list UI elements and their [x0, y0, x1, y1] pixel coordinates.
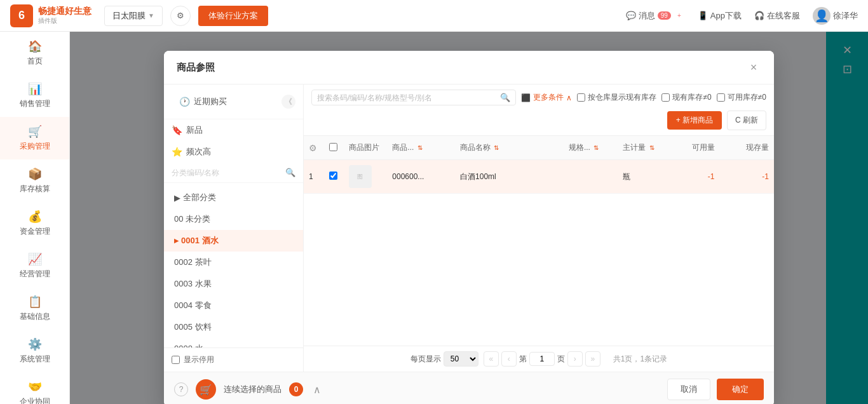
basic-icon: 📋	[28, 295, 42, 309]
first-page-button[interactable]: «	[484, 351, 499, 367]
page-suffix: 页	[557, 354, 565, 365]
th-settings: ⚙	[304, 136, 324, 160]
category-search-input[interactable]	[172, 168, 283, 177]
right-panel: 🔍 ⬛ 更多条件 ∧ 按仓库显示现有库存	[304, 84, 774, 372]
sidebar-label-sales: 销售管理	[20, 98, 50, 109]
purchase-icon: 🛒	[28, 125, 42, 138]
product-search-input[interactable]	[317, 93, 498, 102]
sidebar-item-operation[interactable]: 📈 经营管理	[0, 245, 69, 287]
category-search-row: 🔍	[164, 163, 303, 183]
new-product-item[interactable]: 🔖 新品	[164, 119, 303, 141]
th-code[interactable]: 商品... ⇅	[387, 136, 455, 160]
sidebar-label-inventory: 库存核算	[20, 184, 50, 194]
message-item[interactable]: 💬 消息 99+	[626, 10, 685, 22]
sidebar-item-home[interactable]: 🏠 首页	[0, 32, 69, 74]
continuous-label: 连续选择的商品	[224, 384, 281, 395]
quick-actions-bar: 🕐 近期购买 《	[164, 84, 303, 119]
cat-tea[interactable]: 0002 茶叶	[164, 252, 303, 273]
per-page-dropdown[interactable]: 50 100 200	[444, 351, 478, 367]
settings-button[interactable]: ⚙	[170, 6, 191, 26]
th-unit-label: 主计量	[623, 143, 646, 152]
avail-not-zero-label[interactable]: 可用库存≠0	[717, 92, 766, 103]
sidebar-item-system[interactable]: ⚙️ 系统管理	[0, 330, 69, 372]
page-input-group	[529, 352, 555, 366]
cat-alcohol-label: 0001 酒水	[181, 235, 219, 246]
sidebar-item-corp[interactable]: 🤝 企业协同	[0, 372, 69, 404]
stock-not-zero-checkbox[interactable]	[661, 93, 670, 102]
th-image-label: 商品图片	[349, 143, 379, 152]
dialog-body: 🕐 近期购买 《 🔖 新品 ⭐ 频次高	[164, 84, 774, 372]
help-icon[interactable]: ?	[174, 382, 188, 396]
th-name[interactable]: 商品名称 ⇅	[455, 136, 564, 160]
product-avail: -1	[708, 172, 715, 181]
next-page-button[interactable]: ›	[567, 351, 583, 367]
confirm-button[interactable]: 确定	[717, 379, 764, 400]
refresh-button[interactable]: C 刷新	[727, 111, 766, 130]
warehouse-checkbox-label[interactable]: 按仓库显示现有库存	[577, 92, 656, 103]
prev-page-button[interactable]: ‹	[501, 351, 517, 367]
per-page-select: 每页显示 50 100 200	[410, 351, 478, 367]
sidebar-item-basic[interactable]: 📋 基础信息	[0, 287, 69, 330]
new-icon: 🔖	[172, 125, 182, 135]
filter-label: 更多条件	[533, 92, 564, 103]
sidebar-label-purchase: 采购管理	[20, 141, 50, 152]
system-icon: ⚙️	[28, 337, 42, 351]
experience-button[interactable]: 体验行业方案	[198, 6, 268, 26]
user-profile[interactable]: 👤 徐泽华	[813, 7, 858, 25]
freq-icon: ⭐	[172, 147, 182, 157]
cat-alcohol[interactable]: ▶ 0001 酒水	[164, 230, 303, 252]
table-row[interactable]: 1 图	[304, 160, 774, 194]
footer-collapse-icon[interactable]: ∧	[313, 384, 321, 396]
td-image: 图	[344, 160, 387, 194]
filter-arrow-icon: ∧	[566, 93, 572, 102]
th-unit[interactable]: 主计量 ⇅	[618, 136, 665, 160]
sidebar-item-purchase[interactable]: 🛒 采购管理	[0, 117, 69, 159]
product-toolbar: 🔍 ⬛ 更多条件 ∧ 按仓库显示现有库存	[304, 84, 774, 136]
cat-uncategorized[interactable]: 00 未分类	[164, 208, 303, 230]
panel-collapse-button[interactable]: 《	[281, 95, 295, 109]
product-search-bar: 🔍	[311, 90, 516, 105]
select-all-checkbox[interactable]	[329, 143, 337, 151]
th-spec[interactable]: 规格... ⇅	[564, 136, 618, 160]
th-stock[interactable]: 现存量	[720, 136, 774, 160]
warehouse-checkbox[interactable]	[577, 93, 585, 102]
more-filter-button[interactable]: ⬛ 更多条件 ∧	[521, 92, 572, 103]
logo-text-group: 畅捷通好生意 插件版	[38, 6, 92, 25]
sidebar-item-sales[interactable]: 📊 销售管理	[0, 74, 69, 117]
dialog-close-button[interactable]: ×	[746, 60, 761, 75]
cart-button[interactable]: 🛒	[196, 379, 216, 400]
cancel-button[interactable]: 取消	[667, 379, 710, 400]
stock-not-zero-label[interactable]: 现有库存≠0	[661, 92, 711, 103]
frequent-item[interactable]: ⭐ 频次高	[164, 141, 303, 163]
page-number-input[interactable]	[529, 352, 555, 366]
th-avail[interactable]: 可用量	[665, 136, 719, 160]
td-name: 白酒100ml	[455, 160, 564, 194]
badge-plus: +	[674, 12, 685, 19]
product-search-icon[interactable]: 🔍	[500, 93, 510, 102]
cat-drink-label: 0005 饮料	[174, 321, 212, 333]
last-page-button[interactable]: »	[585, 351, 600, 367]
category-search-icon[interactable]: 🔍	[285, 168, 295, 177]
message-icon: 💬	[626, 11, 636, 20]
cat-all-tri: ▶	[174, 193, 180, 203]
cat-fruit[interactable]: 0003 水果	[164, 273, 303, 295]
row-checkbox[interactable]	[329, 172, 337, 180]
cat-water[interactable]: 0008 水	[164, 338, 303, 347]
cat-all[interactable]: ▶ 全部分类	[164, 187, 303, 208]
show-disabled-checkbox[interactable]	[172, 356, 180, 364]
recent-label: 近期购买	[194, 96, 227, 107]
logo-title: 畅捷通好生意	[38, 6, 92, 17]
app-download-item[interactable]: 📱 App下载	[698, 10, 742, 22]
avail-not-zero-checkbox[interactable]	[717, 93, 725, 102]
online-service-item[interactable]: 🎧 在线客服	[754, 10, 800, 22]
sidebar-item-inventory[interactable]: 📦 库存核算	[0, 159, 69, 202]
store-dropdown[interactable]: 日太阳膜 ▼	[104, 6, 163, 26]
th-checkbox	[324, 136, 344, 160]
cat-drink[interactable]: 0005 饮料	[164, 316, 303, 338]
sidebar-item-finance[interactable]: 💰 资金管理	[0, 202, 69, 245]
table-settings-icon[interactable]: ⚙	[309, 143, 317, 153]
cat-snack[interactable]: 0004 零食	[164, 295, 303, 316]
recent-purchase-item[interactable]: 🕐 近期购买	[172, 91, 234, 112]
finance-icon: 💰	[28, 210, 42, 224]
add-product-button[interactable]: + 新增商品	[667, 111, 722, 130]
